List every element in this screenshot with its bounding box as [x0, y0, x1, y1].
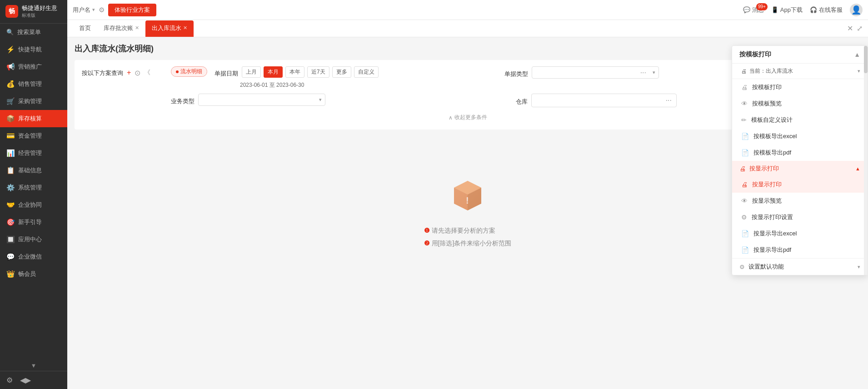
template-excel-icon: 📄 [741, 133, 749, 140]
bottom-toggle-icon[interactable]: ◀▶ [20, 376, 31, 384]
dropdown-item-display-pdf[interactable]: 📄 按显示导出pdf [732, 242, 868, 258]
sidebar-scroll-down[interactable]: ▼ [0, 360, 67, 371]
beginner-icon: 🎯 [6, 218, 15, 226]
dropdown-item-display-print-settings[interactable]: ⚙ 按显示打印设置 [732, 209, 868, 225]
dropdown-item-display-excel[interactable]: 📄 按显示导出excel [732, 225, 868, 242]
dropdown-footer[interactable]: ⚙ 设置默认功能 ▾ [732, 258, 868, 275]
sidebar-item-operation[interactable]: 📊 经营管理 [0, 145, 67, 162]
sales-icon: 💰 [6, 80, 15, 88]
dropdown-scrollbar-thumb [864, 46, 868, 73]
system-icon: ⚙️ [6, 184, 15, 192]
operation-icon: 📊 [6, 149, 15, 157]
display-excel-icon: 📄 [741, 230, 749, 237]
business-type-select-wrapper: ▾ [198, 94, 325, 106]
filter-add-btn[interactable]: + [127, 67, 131, 77]
topbar: 用户名 ▾ ⚙ 体验行业方案 💬 消息 99+ 📱 App下载 🎧 在线客服 👤 [67, 0, 868, 20]
warehouse-more-icon[interactable]: ··· [666, 96, 672, 105]
sidebar-item-purchase[interactable]: 🛒 采购管理 [0, 93, 67, 110]
dropdown-item-template-excel[interactable]: 📄 按模板导出excel [732, 128, 868, 145]
warehouse-label: 仓库 [516, 95, 528, 106]
dropdown-item-display-print[interactable]: 🖨 按显示打印 [732, 176, 868, 193]
dropdown-section2-header[interactable]: 🖨 按显示打印 ▲ [732, 161, 868, 176]
trial-btn[interactable]: 体验行业方案 [108, 4, 156, 16]
print-dropdown: 按模板打印 ▲ 🖨 当前：出入库流水 ▾ 🖨 按模板打印 👁 按模板预览 ✏ [732, 45, 868, 275]
template-print-icon: 🖨 [741, 84, 748, 91]
sidebar-item-inventory[interactable]: 📦 库存核算 [0, 110, 67, 127]
app-center-icon: 🔲 [6, 235, 15, 244]
date-btn-last-month[interactable]: 上月 [242, 66, 261, 78]
tabs-bar: 首页 库存批次账 ✕ 出入库流水 ✕ ✕ ⤢ [67, 20, 868, 37]
avatar[interactable]: 👤 [850, 4, 863, 16]
topbar-gear-icon[interactable]: ⚙ [99, 6, 105, 14]
dropdown-collapse-icon[interactable]: ▲ [854, 51, 860, 58]
display-print-section-icon: 🖨 [739, 165, 746, 172]
date-btn-custom[interactable]: 自定义 [354, 66, 379, 78]
filter-collapse-icon[interactable]: 《 [144, 67, 150, 77]
topbar-left: 用户名 ▾ ⚙ 体验行业方案 [73, 4, 739, 16]
doc-type-select-wrapper: ▾ ··· [532, 66, 659, 79]
search-menu[interactable]: 🔍 搜索菜单 [0, 24, 67, 41]
sidebar-item-sales[interactable]: 💰 销售管理 [0, 75, 67, 93]
dropdown-item-template-preview[interactable]: 👁 按模板预览 [732, 95, 868, 112]
app-download-btn[interactable]: 📱 App下载 [771, 6, 803, 14]
sidebar-item-basic[interactable]: 📋 基础信息 [0, 162, 67, 179]
doc-type-more-icon[interactable]: ··· [640, 69, 646, 77]
user-avatar-icon: 👤 [851, 5, 861, 15]
tab-inventory-flow[interactable]: 出入库流水 ✕ [145, 20, 194, 37]
date-btn-this-month[interactable]: 本月 [264, 66, 283, 78]
sidebar-item-quick-nav[interactable]: ⚡ 快捷导航 [0, 41, 67, 58]
sidebar-item-cooperation[interactable]: 🤝 企业协同 [0, 196, 67, 214]
page-title: 出入库流水(流水明细) [75, 43, 154, 54]
inventory-icon: 📦 [6, 115, 15, 123]
sidebar-logo: 畅 畅捷通好生意 标准版 [0, 0, 67, 24]
dropdown-item-display-preview[interactable]: 👁 按显示预览 [732, 193, 868, 209]
tab-close-inventory-flow[interactable]: ✕ [183, 25, 187, 31]
dropdown-current-template[interactable]: 🖨 当前：出入库流水 ▾ [732, 64, 868, 79]
sidebar-bottom: ⚙ ◀▶ [0, 371, 67, 389]
user-dropdown-arrow[interactable]: ▾ [92, 7, 95, 13]
date-btn-7days[interactable]: 近7天 [307, 66, 329, 78]
tab-expand-btn[interactable]: ⤢ [857, 24, 863, 33]
warehouse-field[interactable]: ··· [531, 94, 677, 107]
tab-inventory-batch[interactable]: 库存批次账 ✕ [97, 20, 145, 37]
sidebar-item-system[interactable]: ⚙️ 系统管理 [0, 179, 67, 196]
sidebar-item-beginner[interactable]: 🎯 新手引导 [0, 214, 67, 231]
tag-dot [176, 70, 179, 73]
tab-close-window-btn[interactable]: ✕ [847, 24, 853, 33]
filter-tag[interactable]: 流水明细 [171, 66, 207, 77]
topbar-right: 💬 消息 99+ 📱 App下载 🎧 在线客服 👤 [743, 4, 863, 16]
sidebar-item-wechat[interactable]: 💬 企业微信 [0, 248, 67, 265]
marketing-icon: 📢 [6, 63, 15, 71]
finance-icon: 💳 [6, 132, 15, 140]
sidebar-item-app-center[interactable]: 🔲 应用中心 [0, 231, 67, 248]
filter-settings-icon[interactable]: ⊙ [135, 67, 140, 77]
settings-default-icon: ⚙ [739, 264, 745, 270]
business-type-select[interactable] [198, 94, 325, 106]
dropdown-item-template-print[interactable]: 🖨 按模板打印 [732, 79, 868, 95]
dropdown-item-template-pdf[interactable]: 📄 按模板导出pdf [732, 145, 868, 161]
display-print-icon: 🖨 [741, 181, 748, 188]
bottom-settings-icon[interactable]: ⚙ [6, 376, 13, 384]
display-preview-icon: 👁 [741, 197, 748, 204]
online-service-btn[interactable]: 🎧 在线客服 [810, 6, 843, 14]
current-template-icon: 🖨 [741, 68, 747, 75]
tab-close-inventory-batch[interactable]: ✕ [135, 25, 139, 31]
date-btn-more[interactable]: 更多 [332, 66, 351, 78]
dropdown-title: 按模板打印 [739, 50, 771, 59]
user-area[interactable]: 用户名 ▾ [73, 6, 95, 14]
sidebar-item-marketing[interactable]: 📢 营销推广 [0, 58, 67, 75]
message-btn[interactable]: 💬 消息 99+ [743, 6, 764, 14]
basic-icon: 📋 [6, 166, 15, 175]
cooperation-icon: 🤝 [6, 201, 15, 209]
date-range: 2023-06-01 至 2023-06-30 [240, 81, 304, 89]
dropdown-scrollbar[interactable] [864, 46, 868, 275]
section2-collapse-icon: ▲ [855, 166, 860, 171]
sidebar-item-member[interactable]: 👑 畅会员 [0, 265, 67, 283]
doc-type-label: 单据类型 [504, 67, 528, 78]
template-preview-icon: 👁 [741, 100, 748, 107]
footer-arrow-icon: ▾ [858, 264, 860, 270]
date-btn-this-year[interactable]: 本年 [285, 66, 304, 78]
sidebar-item-finance[interactable]: 💳 资金管理 [0, 127, 67, 145]
tab-home[interactable]: 首页 [73, 20, 97, 37]
dropdown-item-template-design[interactable]: ✏ 模板自定义设计 [732, 112, 868, 128]
